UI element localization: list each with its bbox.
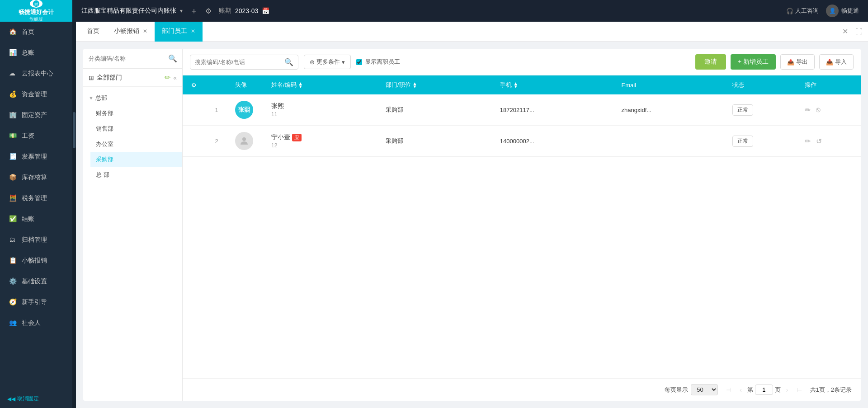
dept-finance-label: 财务部: [96, 109, 113, 117]
dept-search-input[interactable]: [89, 55, 165, 62]
arrow-down-icon: ▼: [89, 95, 94, 101]
row1-email: zhangxidf...: [622, 107, 652, 113]
filter-icon: ⊜: [310, 59, 315, 66]
th-dept-label: 部门/职位: [386, 81, 411, 89]
sidebar-item-fund[interactable]: 💰 资金管理: [0, 84, 72, 105]
row1-num-value: 1: [215, 107, 218, 113]
th-name-code[interactable]: 姓名/编码 ▲▼: [264, 75, 378, 94]
dept-panel: 🔍 ⊞ 全部部门 ✏ « ▼: [83, 49, 183, 401]
sidebar-item-inventory[interactable]: 📦 库存核算: [0, 167, 72, 188]
row2-reset-icon[interactable]: ↺: [816, 137, 822, 145]
sidebar-item-tax[interactable]: 🧮 税务管理: [0, 188, 72, 209]
service-button[interactable]: 🎧 人工咨询: [786, 7, 819, 15]
tab-expense-close[interactable]: ✕: [143, 28, 147, 34]
scroll-thumb: [73, 112, 75, 148]
first-page-button[interactable]: ⊣: [723, 385, 734, 394]
user-area[interactable]: 👤 畅捷通: [826, 5, 859, 17]
row2-edit-icon[interactable]: ✏: [805, 137, 811, 145]
expand-tab-button[interactable]: ⛶: [854, 25, 864, 38]
row2-num: 2: [205, 126, 228, 157]
sidebar-item-home[interactable]: 🏠 首页: [0, 22, 72, 42]
sidebar-item-checkout[interactable]: ✅ 结账: [0, 209, 72, 230]
row1-phone: 187202117...: [500, 107, 534, 113]
header-company: 江西服宝精品有限责任公司内账张 ▾ ＋ ⚙ 账期 2023-03 📅: [72, 5, 786, 16]
dept-node-sales[interactable]: 销售部: [90, 121, 182, 136]
sidebar-item-guide[interactable]: 🧭 新手引导: [0, 292, 72, 313]
import-button[interactable]: 📥 导入: [819, 54, 854, 70]
row1-avatar-cell: 张熙: [228, 94, 264, 126]
dept-sort-icon[interactable]: ▲▼: [413, 82, 417, 88]
sidebar-item-base-settings[interactable]: ⚙️ 基础设置: [0, 271, 72, 292]
filter-button[interactable]: ⊜ 更多条件 ▾: [304, 55, 351, 69]
dept-search-icon[interactable]: 🔍: [168, 54, 177, 63]
sidebar-item-asset[interactable]: 🏢 固定资产: [0, 105, 72, 126]
inventory-icon: 📦: [9, 174, 17, 182]
row1-name-code: 张熙 11: [271, 102, 371, 117]
sidebar-item-social[interactable]: 👥 社会人: [0, 313, 72, 333]
dept-node-finance[interactable]: 财务部: [90, 106, 182, 121]
th-dept-position[interactable]: 部门/职位 ▲▼: [378, 75, 493, 94]
sidebar-item-invoice[interactable]: 🧾 发票管理: [0, 146, 72, 167]
sidebar-label-checkout: 结账: [22, 215, 34, 223]
asset-icon: 🏢: [9, 111, 17, 119]
next-page-button[interactable]: ›: [783, 385, 791, 394]
phone-sort-icon[interactable]: ▲▼: [514, 82, 518, 88]
company-name: 江西服宝精品有限责任公司内账张: [81, 7, 176, 15]
last-page-button[interactable]: ⊢: [794, 385, 805, 394]
row1-logout-icon[interactable]: ⎋: [816, 106, 821, 114]
tab-dept-close[interactable]: ✕: [191, 28, 195, 34]
close-tab-button[interactable]: ✕: [840, 25, 850, 38]
dept-all-label[interactable]: ⊞ 全部部门: [89, 74, 122, 82]
sidebar-item-ledger[interactable]: 📊 总账: [0, 42, 72, 63]
invite-button[interactable]: 邀请: [695, 54, 726, 70]
name-sort-icon[interactable]: ▲▼: [298, 82, 303, 88]
sidebar-scrollbar[interactable]: [72, 22, 76, 408]
sidebar-label-salary: 工资: [22, 132, 34, 140]
sidebar-item-expense[interactable]: 📋 小畅报销: [0, 250, 72, 271]
row1-phone-cell: 187202117...: [493, 94, 614, 126]
column-settings-icon[interactable]: ⚙: [191, 82, 197, 89]
dept-node-general[interactable]: 总 部: [90, 167, 182, 183]
th-status-label: 状态: [732, 81, 744, 88]
cancel-fixed-button[interactable]: ◀◀ 取消固定: [0, 389, 72, 408]
dept-edit-icon[interactable]: ✏: [165, 73, 170, 82]
employee-search-input[interactable]: [195, 59, 282, 66]
fund-icon: 💰: [9, 90, 17, 98]
sidebar-item-archive[interactable]: 🗂 归档管理: [0, 230, 72, 250]
dept-node-office[interactable]: 办公室: [90, 136, 182, 152]
sidebar-label-inventory: 库存核算: [22, 174, 47, 182]
search-icon[interactable]: 🔍: [284, 58, 293, 66]
tab-dept-label: 部门员工: [162, 27, 187, 35]
calendar-icon[interactable]: 📅: [262, 7, 269, 14]
import-label: 导入: [835, 58, 847, 66]
prev-page-button[interactable]: ‹: [737, 385, 745, 394]
export-button[interactable]: 📤 导出: [780, 54, 815, 70]
show-resigned-area: 显示离职员工: [356, 58, 400, 66]
header-settings-button[interactable]: ⚙: [205, 7, 212, 15]
add-company-button[interactable]: ＋: [190, 5, 198, 16]
row2-phone: 140000002...: [500, 138, 534, 145]
row1-edit-icon[interactable]: ✏: [805, 106, 811, 114]
dept-collapse-icon[interactable]: «: [173, 74, 177, 81]
sidebar-item-cloud-report[interactable]: ☁ 云报表中心: [0, 63, 72, 84]
th-email-label: Email: [622, 82, 637, 89]
dept-node-zongbu-parent[interactable]: ▼ 总部: [83, 90, 182, 106]
logo-text: 畅捷通好会计: [19, 8, 54, 16]
page-size-select[interactable]: 10 20 50 100: [691, 384, 718, 395]
dept-node-purchase[interactable]: 采购部: [90, 152, 182, 167]
tab-dept-employee[interactable]: 部门员工 ✕: [155, 22, 203, 42]
sidebar-item-salary[interactable]: 💵 工资: [0, 126, 72, 146]
tab-expense[interactable]: 小畅报销 ✕: [107, 22, 155, 42]
dept-header: ⊞ 全部部门 ✏ «: [83, 69, 182, 87]
row2-dept-cell: 采购部: [378, 126, 493, 157]
show-resigned-checkbox[interactable]: [356, 59, 362, 65]
show-resigned-label: 显示离职员工: [365, 58, 400, 66]
tabs-actions: ✕ ⛶: [840, 25, 864, 38]
add-employee-button[interactable]: + 新增员工: [731, 54, 776, 70]
row2-tag: 应: [292, 134, 302, 141]
period-value: 2023-03: [235, 7, 258, 14]
page-number-input[interactable]: [755, 385, 773, 395]
th-phone[interactable]: 手机 ▲▼: [493, 75, 614, 94]
company-dropdown-button[interactable]: ▾: [180, 8, 183, 14]
tab-home[interactable]: 首页: [80, 22, 107, 42]
